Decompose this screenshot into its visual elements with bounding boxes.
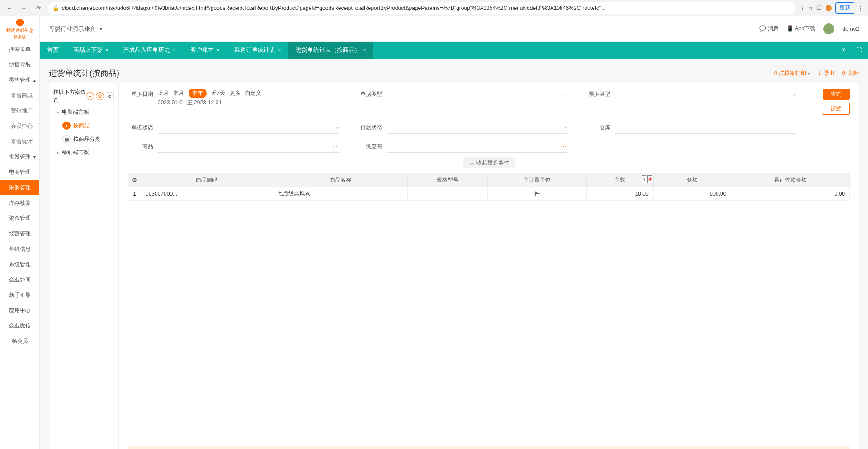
chevron-down-icon: ▾ <box>565 92 567 97</box>
date-opt[interactable]: 更多 <box>230 89 241 97</box>
sidebar-retail[interactable]: 零售管理▴ <box>0 72 39 88</box>
back-icon[interactable]: ← <box>5 3 14 13</box>
sidebar-vip[interactable]: 畅会员 <box>0 333 39 349</box>
sort-icon[interactable]: ⇅ <box>642 175 646 183</box>
sidebar-coop[interactable]: 企业协同 <box>0 272 39 287</box>
date-opt[interactable]: 近7天 <box>211 89 225 97</box>
fullscreen-icon[interactable]: ⛶ <box>853 44 865 56</box>
star-icon[interactable]: ☆ <box>808 5 813 11</box>
label-date: 单据日期 <box>128 89 153 98</box>
sidebar-quick[interactable]: 快捷导航 <box>0 57 39 72</box>
close-icon[interactable]: × <box>105 47 108 53</box>
menu-icon[interactable]: ⋮ <box>858 5 863 11</box>
chevron-up-icon: ︽ <box>469 159 475 167</box>
date-opt-active[interactable]: 本年 <box>189 89 207 98</box>
doctype-select[interactable]: ▾ <box>387 89 567 100</box>
more-icon[interactable]: ⋯ <box>561 144 567 150</box>
sidebar-wx[interactable]: 企业微信 <box>0 318 39 333</box>
close-icon[interactable]: × <box>363 47 366 53</box>
sidebar-retail-promo[interactable]: 营销推广 <box>0 103 39 118</box>
close-icon[interactable]: × <box>217 47 220 53</box>
puzzle-icon[interactable]: ❐ <box>817 5 822 11</box>
cell-unit: 件 <box>487 187 586 201</box>
tab-item[interactable]: 客户账本× <box>183 42 227 59</box>
pin-icon[interactable]: 📌 <box>647 175 652 183</box>
table-row[interactable]: 1 003007000... 七点经典风衣 件 10.00 600.00 0.0… <box>128 187 850 201</box>
tab-home[interactable]: 首页 <box>40 42 66 59</box>
export-button[interactable]: ⤓ 导出 <box>817 70 835 77</box>
sidebar-search[interactable]: 搜索菜单 <box>0 42 39 57</box>
sidebar-guide[interactable]: 新手引导 <box>0 287 39 303</box>
grid-icon: ▦ <box>62 135 71 143</box>
cell-qty[interactable]: 10.00 <box>587 187 654 201</box>
footer-bar <box>128 446 850 449</box>
tab-item[interactable]: 产成品入库单历史× <box>116 42 183 59</box>
settings-button[interactable]: 设置 <box>822 103 850 115</box>
paystatus-select[interactable]: ▾ <box>387 122 567 134</box>
product-select[interactable]: ⋯ <box>158 141 339 153</box>
dot-icon: ● <box>62 122 71 130</box>
profile-icon[interactable] <box>826 5 832 11</box>
update-button[interactable]: 更新 <box>835 2 854 14</box>
th-qty[interactable]: 主数 ⇅📌 <box>587 173 654 187</box>
share-icon[interactable]: ⇪ <box>800 5 805 11</box>
gear-icon[interactable]: ⚙ <box>96 92 104 100</box>
message-link[interactable]: 💬 消息 <box>760 25 778 33</box>
tree-pc[interactable]: ▾电脑端方案 <box>49 106 118 119</box>
close-all-icon[interactable]: ✕ <box>837 44 850 56</box>
sidebar-sys[interactable]: 系统管理 <box>0 257 39 272</box>
tab-item[interactable]: 采购订单统计表× <box>227 42 288 59</box>
tree-mobile[interactable]: ▸移动端方案 <box>49 146 118 159</box>
collapse-panel-icon[interactable]: « <box>106 92 114 100</box>
scheme-panel: 按以下方案查询 + ⚙ « ▾电脑端方案 ●按商品 ▦按商品分类 ▸移动端方案 <box>49 83 119 449</box>
th-name[interactable]: 商品名称 <box>273 173 408 187</box>
app-download-link[interactable]: 📱 App下载 <box>787 25 815 33</box>
close-icon[interactable]: × <box>173 47 176 53</box>
date-opt[interactable]: 上月 <box>158 89 169 97</box>
more-icon[interactable]: ⋯ <box>332 144 339 150</box>
tree-by-category[interactable]: ▦按商品分类 <box>49 132 118 146</box>
sidebar-appc[interactable]: 应用中心 <box>0 303 39 318</box>
brand-logo: 畅捷通好生意 标准版 <box>0 16 39 42</box>
refresh-button[interactable]: ⟳ 刷新 <box>842 70 859 77</box>
supplier-select[interactable]: ⋯ <box>387 141 567 153</box>
sidebar-basic[interactable]: 基础信息 <box>0 241 39 257</box>
sidebar-retail-member[interactable]: 会员中心 <box>0 118 39 134</box>
tab-item[interactable]: 商品上下架× <box>66 42 116 59</box>
tree-by-product[interactable]: ●按商品 <box>49 119 118 132</box>
avatar[interactable] <box>823 23 834 34</box>
org-select[interactable]: 母婴行业演示账套 ▾ <box>49 25 103 33</box>
docstatus-select[interactable]: ▾ <box>158 122 339 134</box>
sidebar-retail-stats[interactable]: 零售统计 <box>0 134 39 149</box>
th-unit[interactable]: 主计量单位 <box>487 173 586 187</box>
cell-paid[interactable]: 0.00 <box>731 187 850 201</box>
query-button[interactable]: 查询 <box>823 89 850 100</box>
sidebar-wholesale[interactable]: 批发管理▾ <box>0 149 39 164</box>
th-spec[interactable]: 规格型号 <box>408 173 487 187</box>
th-paid[interactable]: 累计付款金额 <box>731 173 850 187</box>
forward-icon[interactable]: → <box>19 3 29 13</box>
label-docstatus: 单据状态 <box>128 122 153 131</box>
tickettype-select[interactable]: ▾ <box>615 89 796 100</box>
sidebar-biz[interactable]: 经营管理 <box>0 226 39 241</box>
tab-item-active[interactable]: 进货单统计表（按商品）× <box>288 42 373 59</box>
collapse-filters-button[interactable]: ︽ 收起更多条件 <box>463 157 515 168</box>
reload-icon[interactable]: ⟳ <box>33 3 43 13</box>
warehouse-select[interactable] <box>615 122 796 134</box>
date-opt[interactable]: 自定义 <box>245 89 261 97</box>
chevron-down-icon: ▾ <box>99 25 103 32</box>
sidebar-retail-mall[interactable]: 零售商城 <box>0 88 39 103</box>
add-scheme-icon[interactable]: + <box>86 92 94 100</box>
th-amount[interactable]: 金额 <box>653 173 731 187</box>
sidebar-ecom[interactable]: 电商管理 <box>0 164 39 180</box>
close-icon[interactable]: × <box>278 47 281 53</box>
th-code[interactable]: 商品编码 <box>141 173 273 187</box>
url-bar[interactable]: 🔒 cloud.chanjet.com/hsy/u4o6r74daqxn/l0f… <box>48 2 796 14</box>
date-opt[interactable]: 本月 <box>173 89 184 97</box>
print-button[interactable]: ⎙ 按模板打印 ▾ <box>774 70 810 77</box>
sidebar-fund[interactable]: 资金管理 <box>0 210 39 226</box>
th-gear[interactable]: ⚙ <box>128 173 141 187</box>
cell-amount[interactable]: 600.00 <box>653 187 731 201</box>
sidebar-stock[interactable]: 库存核算 <box>0 195 39 210</box>
sidebar-purchase[interactable]: 采购管理 <box>0 180 39 195</box>
